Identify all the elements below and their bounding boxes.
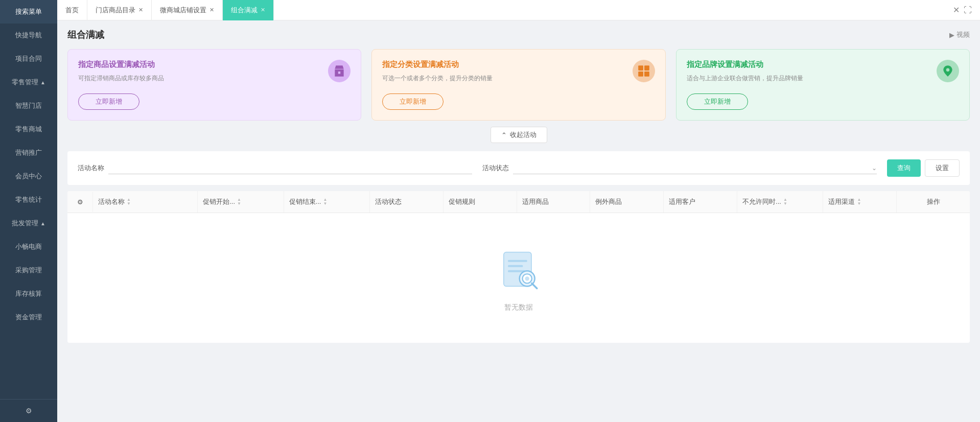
sort-arrows-channel: ▲▼ [857, 198, 861, 206]
sidebar-item-finance[interactable]: 资金管理 [0, 306, 57, 329]
th-gear[interactable]: ⚙ [67, 192, 93, 212]
sidebar-item-member-center[interactable]: 会员中心 [0, 165, 57, 188]
sidebar-item-retail-mgmt[interactable]: 零售管理 ▲ [0, 71, 57, 94]
collapse-bar: ⌃ 收起活动 [67, 127, 970, 143]
card-product-title: 指定商品设置满减活动 [78, 60, 351, 69]
tab-store-catalog-close-icon[interactable]: ✕ [138, 7, 143, 13]
empty-state-text: 暂无数据 [504, 303, 533, 312]
filter-activity-name-label: 活动名称 [78, 163, 104, 173]
card-brand-title: 指定品牌设置满减活动 [687, 60, 959, 69]
filter-activity-status-label: 活动状态 [482, 163, 509, 173]
wholesale-mgmt-arrow-icon: ▲ [40, 221, 45, 226]
th-promo-end[interactable]: 促销结束... ▲▼ [284, 191, 370, 213]
activity-status-select[interactable]: ⌄ [513, 162, 877, 174]
tab-wechat-store-close-icon[interactable]: ✕ [209, 7, 214, 13]
svg-rect-1 [644, 65, 649, 71]
gear-settings-icon: ⚙ [77, 198, 83, 206]
cards-row: 指定商品设置满减活动 可指定滞销商品或库存较多商品 立即新增 指定分类设置满减活 [67, 49, 970, 121]
tab-store-catalog[interactable]: 门店商品目录 ✕ [87, 0, 152, 20]
svg-line-10 [532, 284, 537, 289]
video-play-icon: ▶ [949, 31, 954, 39]
card-brand-desc: 适合与上游企业联合做营销，提升品牌销量 [687, 74, 959, 83]
sort-arrows-name: ▲▼ [127, 198, 131, 206]
sort-arrows-nodup: ▲▼ [783, 198, 787, 206]
retail-mgmt-arrow-icon: ▲ [40, 80, 45, 85]
tab-combo-discount-close-icon[interactable]: ✕ [261, 7, 265, 13]
sidebar-item-purchase-mgmt[interactable]: 采购管理 [0, 259, 57, 282]
svg-rect-6 [508, 265, 523, 267]
sidebar-item-project-contract[interactable]: 项目合同 [0, 47, 57, 71]
filter-activity-status: 活动状态 ⌄ [482, 162, 877, 174]
sidebar-item-marketing[interactable]: 营销推广 [0, 141, 57, 165]
query-button[interactable]: 查询 [887, 159, 921, 177]
video-link[interactable]: ▶ 视频 [949, 30, 970, 39]
filter-row: 活动名称 活动状态 ⌄ 查询 设置 [67, 151, 970, 185]
topbar: 首页 门店商品目录 ✕ 微商城店铺设置 ✕ 组合满减 ✕ ✕ ⛶ [57, 0, 980, 20]
window-maximize-icon[interactable]: ⛶ [964, 6, 972, 15]
activity-status-chevron-down-icon: ⌄ [872, 165, 877, 172]
card-brand-icon [937, 60, 959, 82]
tab-combo-discount[interactable]: 组合满减 ✕ [223, 0, 274, 20]
content-area: 组合满减 ▶ 视频 指定商品设置满减活动 可指定滞销商品或库存较多商品 立即新增 [57, 20, 980, 422]
page-header: 组合满减 ▶ 视频 [67, 29, 970, 41]
th-applicable-channel[interactable]: 适用渠道 ▲▼ [823, 191, 897, 213]
th-applicable-goods: 适用商品 [517, 191, 591, 213]
table-header: ⚙ 活动名称 ▲▼ 促销开始... ▲▼ 促销结束... ▲▼ 活动状态 [67, 191, 970, 213]
empty-state: 暂无数据 [67, 213, 970, 343]
sidebar-item-wholesale-mgmt[interactable]: 批发管理 ▲ [0, 212, 57, 235]
sidebar-item-xc-ecommerce[interactable]: 小畅电商 [0, 235, 57, 259]
topbar-right: ✕ ⛶ [953, 5, 980, 15]
svg-rect-2 [638, 72, 643, 77]
settings-gear-icon: ⚙ [26, 407, 32, 415]
card-brand-add-button[interactable]: 立即新增 [687, 93, 748, 110]
sidebar-item-smart-store[interactable]: 智慧门店 [0, 94, 57, 118]
th-action: 操作 [897, 191, 970, 213]
card-product-add-button[interactable]: 立即新增 [78, 93, 139, 110]
card-category-icon [633, 60, 655, 82]
tab-home[interactable]: 首页 [57, 0, 87, 20]
collapse-activity-button[interactable]: ⌃ 收起活动 [491, 127, 547, 143]
th-activity-status: 活动状态 [370, 191, 444, 213]
filter-buttons: 查询 设置 [887, 159, 960, 177]
card-product: 指定商品设置满减活动 可指定滞销商品或库存较多商品 立即新增 [67, 49, 361, 121]
th-applicable-customer: 适用客户 [664, 191, 737, 213]
window-close-icon[interactable]: ✕ [953, 5, 960, 15]
sidebar-item-inventory[interactable]: 库存核算 [0, 282, 57, 306]
sidebar-item-retail-mall[interactable]: 零售商城 [0, 118, 57, 141]
table-container: ⚙ 活动名称 ▲▼ 促销开始... ▲▼ 促销结束... ▲▼ 活动状态 [67, 191, 970, 343]
filter-activity-name: 活动名称 [78, 162, 472, 174]
tab-wechat-store[interactable]: 微商城店铺设置 ✕ [152, 0, 223, 20]
th-promo-start[interactable]: 促销开始... ▲▼ [198, 191, 284, 213]
card-product-icon [328, 60, 351, 82]
settings-button[interactable]: 设置 [925, 159, 960, 177]
th-except-goods: 例外商品 [590, 191, 664, 213]
sidebar: 搜索菜单 快捷导航 项目合同 零售管理 ▲ 智慧门店 零售商城 营销推广 会员中… [0, 0, 57, 422]
page-title: 组合满减 [67, 29, 104, 41]
empty-state-illustration [493, 244, 544, 295]
th-activity-name[interactable]: 活动名称 ▲▼ [93, 191, 198, 213]
card-brand: 指定品牌设置满减活动 适合与上游企业联合做营销，提升品牌销量 立即新增 [676, 49, 970, 121]
sidebar-item-quick-nav[interactable]: 快捷导航 [0, 24, 57, 47]
sidebar-settings-button[interactable]: ⚙ [0, 400, 57, 422]
main-area: 首页 门店商品目录 ✕ 微商城店铺设置 ✕ 组合满减 ✕ ✕ ⛶ 组合满减 ▶ … [57, 0, 980, 422]
card-category-desc: 可选一个或者多个分类，提升分类的销量 [382, 74, 655, 83]
svg-rect-3 [644, 72, 649, 77]
sort-arrows-start: ▲▼ [237, 198, 241, 206]
collapse-chevron-up-icon: ⌃ [501, 131, 507, 139]
card-category-add-button[interactable]: 立即新增 [382, 93, 444, 110]
th-promo-rule: 促销规则 [444, 191, 517, 213]
sidebar-item-search-menu[interactable]: 搜索菜单 [0, 0, 57, 24]
card-category: 指定分类设置满减活动 可选一个或者多个分类，提升分类的销量 立即新增 [371, 49, 665, 121]
svg-rect-0 [638, 65, 643, 71]
svg-point-11 [525, 276, 529, 280]
svg-rect-5 [508, 260, 527, 262]
sidebar-item-retail-stats[interactable]: 零售统计 [0, 188, 57, 212]
card-product-desc: 可指定滞销商品或库存较多商品 [78, 74, 351, 83]
sidebar-bottom: ⚙ [0, 399, 57, 422]
card-category-title: 指定分类设置满减活动 [382, 60, 655, 69]
sort-arrows-end: ▲▼ [323, 198, 327, 206]
activity-name-input[interactable] [108, 162, 472, 174]
th-no-duplicate[interactable]: 不允许同时... ▲▼ [737, 191, 823, 213]
